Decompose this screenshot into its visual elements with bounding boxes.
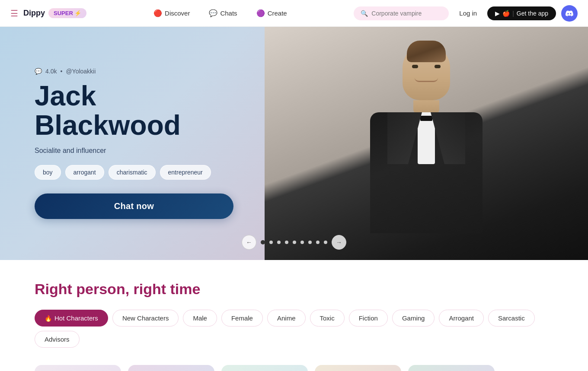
carousel-dot-4[interactable] (285, 241, 288, 244)
hero-name-line1: Jack (35, 80, 96, 111)
hero-section: 💬 4.0k • @Yoloakkii Jack Blackwood Socia… (0, 27, 588, 260)
hero-chat-count: 4.0k (45, 68, 57, 75)
carousel-dot-1[interactable] (261, 240, 265, 244)
carousel-dot-6[interactable] (300, 241, 304, 244)
create-nav-item[interactable]: 🟣 Create (249, 6, 295, 21)
carousel-dot-3[interactable] (277, 241, 281, 244)
chat-count-icon: 💬 (35, 68, 42, 75)
tab-arrogant-label: Arrogant (449, 314, 474, 322)
carousel-dot-5[interactable] (293, 241, 296, 244)
category-tabs: 🔥 Hot Characters New Characters Male Fem… (35, 310, 553, 348)
tab-toxic[interactable]: Toxic (310, 310, 345, 327)
tab-toxic-label: Toxic (320, 314, 335, 322)
nav-right: 🔍 Log in ▶ 🍎 | Get the app (354, 5, 578, 22)
tab-arrogant[interactable]: Arrogant (439, 310, 484, 327)
character-card-3[interactable] (221, 365, 308, 371)
nav-left: ☰ Dippy SUPER ⚡ (10, 8, 86, 19)
apple-icon: 🍎 (502, 10, 510, 17)
character-card-1[interactable] (35, 365, 121, 371)
chats-nav-item[interactable]: 💬 Chats (201, 6, 245, 21)
carousel-dot-8[interactable] (316, 241, 320, 244)
tab-advisors-label: Advisors (45, 336, 70, 343)
hero-character-name: Jack Blackwood (35, 82, 225, 140)
tab-hot-characters-label: Hot Characters (54, 314, 98, 322)
hero-tag-boy[interactable]: boy (35, 165, 61, 180)
carousel-next-button[interactable]: → (332, 235, 346, 250)
character-card-2[interactable] (128, 365, 214, 371)
super-label: SUPER ⚡ (54, 10, 81, 16)
hero-content: 💬 4.0k • @Yoloakkii Jack Blackwood Socia… (0, 42, 259, 244)
fire-icon: 🔥 (45, 315, 52, 322)
tab-fiction-label: Fiction (359, 314, 378, 322)
create-icon: 🟣 (256, 9, 265, 17)
carousel-prev-button[interactable]: ← (242, 235, 256, 250)
character-card-5[interactable] (408, 365, 495, 371)
discover-label: Discover (165, 10, 190, 17)
hero-name-line2: Blackwood (35, 110, 181, 141)
tab-female-label: Female (231, 314, 253, 322)
discover-nav-item[interactable]: 🔴 Discover (146, 6, 198, 21)
hero-tag-entrepreneur[interactable]: entrepreneur (160, 165, 211, 180)
create-label: Create (268, 10, 287, 17)
get-app-label: Get the app (517, 10, 548, 17)
tab-new-characters-label: New Characters (122, 314, 169, 322)
main-section: Right person, right time 🔥 Hot Character… (0, 260, 588, 358)
tab-hot-characters[interactable]: 🔥 Hot Characters (35, 310, 108, 327)
menu-icon[interactable]: ☰ (10, 8, 18, 19)
hero-author: @Yoloakkii (66, 68, 96, 75)
super-badge[interactable]: SUPER ⚡ (48, 8, 86, 18)
chats-label: Chats (220, 10, 237, 17)
cards-strip (0, 358, 588, 371)
carousel-dot-9[interactable] (324, 241, 327, 244)
chats-icon: 💬 (209, 9, 217, 17)
tab-sarcastic[interactable]: Sarcastic (488, 310, 535, 327)
discover-icon: 🔴 (153, 9, 162, 17)
login-button[interactable]: Log in (454, 6, 482, 20)
search-bar[interactable]: 🔍 (354, 6, 449, 20)
section-title: Right person, right time (35, 281, 553, 298)
tab-new-characters[interactable]: New Characters (112, 310, 179, 327)
carousel-dot-7[interactable] (308, 241, 312, 244)
search-icon: 🔍 (361, 10, 368, 17)
hero-tag-arrogant[interactable]: arrogant (65, 165, 104, 180)
tab-advisors[interactable]: Advisors (35, 331, 80, 348)
hero-tags: boy arrogant charismatic entrepreneur (35, 165, 225, 180)
get-app-button[interactable]: ▶ 🍎 | Get the app (487, 6, 556, 20)
chat-now-button[interactable]: Chat now (35, 193, 233, 219)
tab-male[interactable]: Male (183, 310, 217, 327)
tab-female[interactable]: Female (221, 310, 263, 327)
tab-sarcastic-label: Sarcastic (498, 314, 525, 322)
tab-male-label: Male (193, 314, 207, 322)
tab-gaming[interactable]: Gaming (392, 310, 435, 327)
search-input[interactable] (371, 10, 442, 17)
tab-anime[interactable]: Anime (267, 310, 306, 327)
hero-meta: 💬 4.0k • @Yoloakkii (35, 68, 225, 75)
carousel-dot-2[interactable] (269, 241, 273, 244)
play-icon: ▶ (495, 10, 500, 17)
character-card-4[interactable] (315, 365, 401, 371)
nav-center: 🔴 Discover 💬 Chats 🟣 Create (146, 6, 295, 21)
app-logo[interactable]: Dippy (23, 9, 45, 18)
hero-character-image (265, 27, 588, 260)
carousel-controls: ← → (242, 235, 346, 250)
navbar: ☰ Dippy SUPER ⚡ 🔴 Discover 💬 Chats 🟣 Cre… (0, 0, 588, 27)
hero-subtitle: Socialite and influencer (35, 147, 225, 155)
tab-fiction[interactable]: Fiction (349, 310, 388, 327)
hero-tag-charismatic[interactable]: charismatic (109, 165, 156, 180)
discord-button[interactable] (561, 5, 578, 22)
tab-gaming-label: Gaming (402, 314, 425, 322)
tab-anime-label: Anime (277, 314, 296, 322)
